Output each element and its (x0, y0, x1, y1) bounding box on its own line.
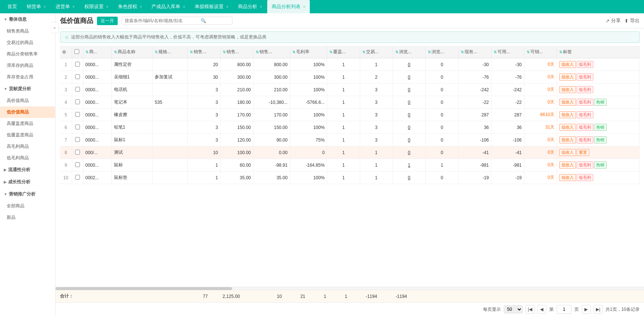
sidebar-item-all-goods[interactable]: 全部商品 (0, 200, 55, 212)
sidebar-item-traded-goods[interactable]: 交易过的商品 (0, 37, 55, 48)
row-checkbox[interactable] (72, 84, 83, 96)
last-page-btn[interactable]: ▶| (594, 305, 603, 314)
nav-purchase-order[interactable]: 进货单 × (51, 0, 79, 13)
table-scrollbar[interactable] (56, 287, 644, 290)
row-checkbox[interactable] (72, 134, 83, 146)
nav-close-sales-order[interactable]: × (44, 5, 46, 9)
sidebar-item-inventory-capital[interactable]: 库存资金占用 (0, 71, 55, 83)
row-views1[interactable]: 0 (393, 96, 426, 109)
col-margin[interactable]: ⇅毛利率 (290, 46, 327, 58)
row-views1[interactable]: 0 (393, 109, 426, 121)
sidebar-item-high-margin[interactable]: 高毛利商品 (0, 141, 55, 152)
col-tags[interactable]: ⇅标签 (557, 46, 640, 58)
col-sales1[interactable]: ⇅销售... (221, 46, 254, 58)
nav-product-analysis-list[interactable]: 商品分析列表 × (267, 0, 310, 13)
sidebar-item-low-coverage[interactable]: 低覆盖度商品 (0, 129, 55, 141)
next-page-btn[interactable]: ▶ (582, 305, 591, 314)
sidebar-section-marketing[interactable]: ▼ 营销推广分析 (0, 188, 55, 200)
col-views1[interactable]: ⇅浏览... (393, 46, 426, 58)
views-link[interactable]: 0 (408, 125, 410, 130)
nav-close-product-analysis-list[interactable]: × (303, 5, 305, 9)
nav-permissions[interactable]: 权限设置 × (80, 0, 113, 13)
prev-page-btn[interactable]: ◀ (537, 305, 546, 314)
row-select-checkbox[interactable] (75, 74, 80, 79)
row-checkbox[interactable] (72, 109, 83, 121)
row-checkbox[interactable] (72, 146, 83, 159)
sidebar-item-new-goods[interactable]: 新品 (0, 212, 55, 223)
nav-home[interactable]: 首页 (3, 0, 21, 13)
table-scrollbar-thumb[interactable] (56, 287, 232, 290)
date-filter-button[interactable]: 近一月 (97, 17, 118, 25)
col-name[interactable]: ⇅商品名称 (111, 46, 152, 58)
select-all-checkbox[interactable] (74, 49, 79, 54)
row-views1[interactable]: 0 (393, 134, 426, 146)
row-views1[interactable]: 0 (393, 171, 426, 184)
views-link[interactable]: 0 (408, 75, 410, 80)
col-qty[interactable]: ⇅销售... (188, 46, 221, 58)
row-checkbox[interactable] (72, 171, 83, 184)
row-select-checkbox[interactable] (75, 125, 80, 129)
row-select-checkbox[interactable] (75, 112, 80, 117)
sidebar-section-contribution[interactable]: ▼ 贡献度分析 (0, 83, 55, 95)
nav-sales-order[interactable]: 销货单 × (22, 0, 50, 13)
col-code[interactable]: ⇅商... (83, 46, 111, 58)
sidebar-item-category-sales-rate[interactable]: 商品分类销售率 (0, 48, 55, 60)
nav-product-analysis[interactable]: 商品分析 × (234, 0, 266, 13)
col-avail[interactable]: ⇅可用... (491, 46, 524, 58)
row-select-checkbox[interactable] (75, 62, 80, 67)
row-checkbox[interactable] (72, 121, 83, 134)
views-link[interactable]: 0 (408, 62, 410, 67)
row-views1[interactable]: 0 (393, 58, 426, 71)
sidebar-item-stagnant-goods[interactable]: 滞库存的商品 (0, 60, 55, 71)
sidebar-item-low-value[interactable]: 低价值商品 (0, 106, 55, 118)
col-views2[interactable]: ⇅浏览... (426, 46, 459, 58)
row-views1[interactable]: 0 (393, 71, 426, 84)
row-select-checkbox[interactable] (75, 150, 80, 154)
share-button[interactable]: ↗ 分享 (606, 17, 621, 24)
export-button[interactable]: ⬆ 导出 (624, 17, 640, 24)
row-views1[interactable]: 0 (393, 84, 426, 96)
row-select-checkbox[interactable] (75, 175, 80, 180)
row-views1[interactable]: 0 (393, 121, 426, 134)
search-icon[interactable]: 🔍 (201, 18, 206, 23)
col-sellable[interactable]: ⇅可销... (524, 46, 557, 58)
row-checkbox[interactable] (72, 159, 83, 171)
col-trans[interactable]: ⇅交易... (360, 46, 393, 58)
col-sales2[interactable]: ⇅销售... (253, 46, 290, 58)
page-number-input[interactable] (557, 305, 571, 314)
row-select-checkbox[interactable] (75, 87, 80, 92)
nav-template-settings[interactable]: 单据模板设置 × (190, 0, 233, 13)
views-link[interactable]: 0 (408, 100, 410, 105)
nav-close-template-settings[interactable]: × (226, 5, 228, 9)
sidebar-collapse-btn[interactable]: « (51, 22, 58, 33)
row-checkbox[interactable] (72, 96, 83, 109)
col-settings[interactable]: ⚙ (60, 46, 72, 58)
nav-close-permissions[interactable]: × (106, 5, 108, 9)
nav-close-product-analysis[interactable]: × (260, 5, 262, 9)
row-checkbox[interactable] (72, 58, 83, 71)
views-link[interactable]: 0 (408, 175, 410, 180)
search-input[interactable] (125, 18, 199, 23)
page-size-select[interactable]: 50 100 (504, 305, 523, 313)
row-views1[interactable]: 0 (393, 146, 426, 159)
row-views1[interactable]: 1 (393, 159, 426, 171)
sidebar-item-high-value[interactable]: 高价值商品 (0, 95, 55, 106)
sidebar-item-low-margin[interactable]: 低毛利商品 (0, 152, 55, 164)
row-select-checkbox[interactable] (75, 162, 80, 167)
row-checkbox[interactable] (72, 71, 83, 84)
views-link[interactable]: 0 (408, 87, 410, 92)
views-link[interactable]: 1 (408, 163, 410, 168)
row-select-checkbox[interactable] (75, 137, 80, 142)
sidebar-section-liquidity[interactable]: ▶ 流通性分析 (0, 164, 55, 176)
sidebar-item-high-coverage[interactable]: 高覆盖度商品 (0, 118, 55, 129)
nav-role-auth[interactable]: 角色授权 × (114, 0, 147, 13)
row-select-checkbox[interactable] (75, 99, 80, 104)
views-link[interactable]: 0 (408, 112, 410, 118)
nav-close-finished-goods[interactable]: × (183, 5, 185, 9)
sidebar-item-sales-goods[interactable]: 销售类商品 (0, 26, 55, 37)
col-checkbox[interactable] (72, 46, 83, 58)
nav-close-purchase-order[interactable]: × (73, 5, 75, 9)
col-coverage[interactable]: ⇅覆盖... (327, 46, 360, 58)
col-stock[interactable]: ⇅现有... (459, 46, 492, 58)
sidebar-section-growth[interactable]: ▶ 成长性分析 (0, 176, 55, 188)
